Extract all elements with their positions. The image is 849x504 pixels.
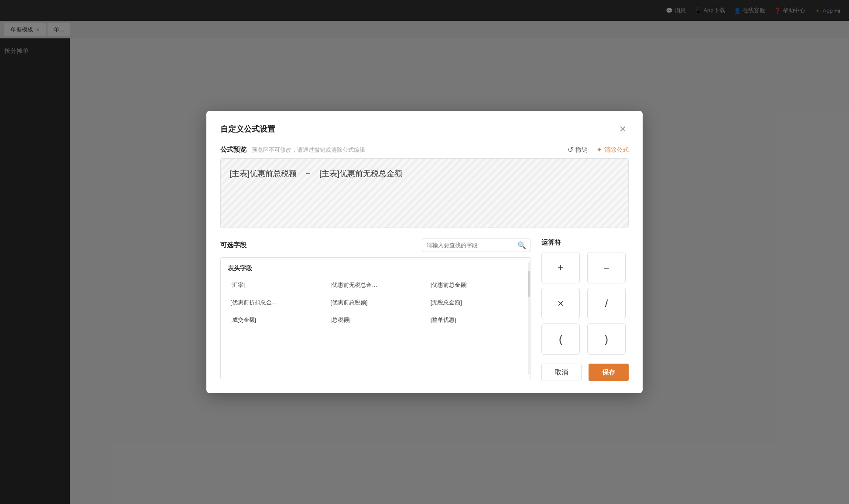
formula-label: 公式预览 <box>220 146 246 154</box>
fields-category-title: 表头字段 <box>228 265 524 272</box>
operator-divide[interactable]: / <box>587 288 626 319</box>
formula-part1: [主表]优惠前总税额 <box>229 168 297 179</box>
modal-title: 自定义公式设置 <box>220 124 275 134</box>
formula-part2: [主表]优惠前无税总金额 <box>319 168 402 179</box>
scrollbar-thumb[interactable] <box>528 271 530 297</box>
field-item[interactable]: [无税总金额] <box>428 297 524 308</box>
fields-list-container: 表头字段 [汇率] [优惠前无税总金… [优惠前总金额] [优惠前折扣总金… [… <box>220 257 531 379</box>
clear-icon: ✦ <box>596 146 602 154</box>
save-button[interactable]: 保存 <box>589 364 629 381</box>
undo-icon: ↺ <box>568 146 573 154</box>
formula-hint: 预览区不可修改，请通过撤销或清除公式编辑 <box>252 146 365 154</box>
field-item[interactable]: [优惠前总税额] <box>328 297 423 308</box>
field-item[interactable]: [优惠前折扣总金… <box>228 297 323 308</box>
cancel-button[interactable]: 取消 <box>541 364 582 381</box>
search-icon: 🔍 <box>517 241 526 249</box>
bottom-section: 可选字段 🔍 表头字段 [汇率] [优惠前无税总金… [优惠前总金额] [优惠前… <box>220 238 629 381</box>
field-item[interactable]: [优惠前总金额] <box>428 279 524 291</box>
fields-search-box[interactable]: 🔍 <box>422 238 531 252</box>
operator-plus[interactable]: + <box>541 252 580 283</box>
fields-section: 可选字段 🔍 表头字段 [汇率] [优惠前无税总金… [优惠前总金额] [优惠前… <box>220 238 531 379</box>
formula-operator: － <box>304 167 312 179</box>
operators-section: 运算符 + － × / ( ) 取消 保存 <box>541 238 629 381</box>
operator-minus[interactable]: － <box>587 252 626 283</box>
scrollbar-track <box>528 262 530 375</box>
operators-title: 运算符 <box>541 238 629 247</box>
formula-label-group: 公式预览 预览区不可修改，请通过撤销或清除公式编辑 <box>220 146 365 154</box>
operator-close-paren[interactable]: ) <box>587 324 626 355</box>
field-item[interactable]: [整单优惠] <box>428 314 524 326</box>
field-item[interactable]: [汇率] <box>228 279 323 291</box>
formula-preview-section: 公式预览 预览区不可修改，请通过撤销或清除公式编辑 ↺ 撤销 ✦ 清除公式 [主… <box>220 146 629 228</box>
formula-actions: ↺ 撤销 ✦ 清除公式 <box>568 146 629 154</box>
fields-header: 可选字段 🔍 <box>220 238 531 252</box>
operator-open-paren[interactable]: ( <box>541 324 580 355</box>
formula-label-row: 公式预览 预览区不可修改，请通过撤销或清除公式编辑 ↺ 撤销 ✦ 清除公式 <box>220 146 629 154</box>
formula-preview-box: [主表]优惠前总税额 － [主表]优惠前无税总金额 <box>220 158 629 228</box>
field-item[interactable]: [成交金额] <box>228 314 323 326</box>
modal-header: 自定义公式设置 ✕ <box>220 123 629 135</box>
fields-title: 可选字段 <box>220 241 246 249</box>
operator-multiply[interactable]: × <box>541 288 580 319</box>
modal-close-button[interactable]: ✕ <box>616 123 629 135</box>
modal-footer: 取消 保存 <box>541 364 629 381</box>
undo-button[interactable]: ↺ 撤销 <box>568 146 588 154</box>
clear-formula-button[interactable]: ✦ 清除公式 <box>596 146 629 154</box>
fields-grid: [汇率] [优惠前无税总金… [优惠前总金额] [优惠前折扣总金… [优惠前总税… <box>228 279 524 326</box>
fields-list-inner: 表头字段 [汇率] [优惠前无税总金… [优惠前总金额] [优惠前折扣总金… [… <box>221 258 531 379</box>
search-input[interactable] <box>427 242 514 249</box>
modal-dialog: 自定义公式设置 ✕ 公式预览 预览区不可修改，请通过撤销或清除公式编辑 ↺ 撤销… <box>206 111 643 393</box>
operators-grid: + － × / ( ) <box>541 252 629 355</box>
field-item[interactable]: [总税额] <box>328 314 423 326</box>
field-item[interactable]: [优惠前无税总金… <box>328 279 423 291</box>
formula-expression: [主表]优惠前总税额 － [主表]优惠前无税总金额 <box>229 167 620 179</box>
